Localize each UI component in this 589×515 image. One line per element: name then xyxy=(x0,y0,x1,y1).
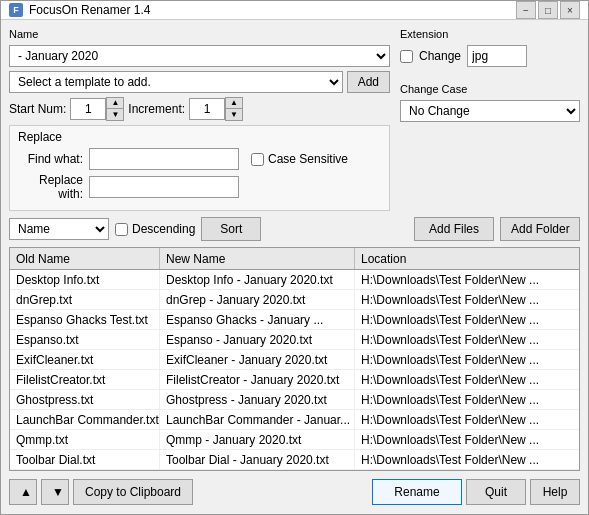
td-new: ExifCleaner - January 2020.txt xyxy=(160,350,355,369)
td-old: LaunchBar Commander.txt xyxy=(10,410,160,429)
table-row[interactable]: Desktop Info.txt Desktop Info - January … xyxy=(10,270,579,290)
td-old: Desktop Info.txt xyxy=(10,270,160,289)
td-old: Espanso.txt xyxy=(10,330,160,349)
sort-select[interactable]: NameDateSizeType xyxy=(9,218,109,240)
find-label: Find what: xyxy=(18,152,83,166)
left-panel: Name - January 2020 Select a template to… xyxy=(9,28,390,211)
right-panel: Extension Change jpg Change Case No Chan… xyxy=(400,28,580,211)
td-loc: H:\Downloads\Test Folder\New ... xyxy=(355,290,579,309)
td-old: Toolbar Dial.txt xyxy=(10,450,160,469)
increment-up[interactable]: ▲ xyxy=(226,98,242,109)
sort-row: NameDateSizeType Descending Sort Add Fil… xyxy=(9,217,580,241)
help-button[interactable]: Help xyxy=(530,479,580,505)
increment-label: Increment: xyxy=(128,102,185,116)
table-row[interactable]: FilelistCreator.txt FilelistCreator - Ja… xyxy=(10,370,579,390)
col-header-old: Old Name xyxy=(10,248,160,269)
td-loc: H:\Downloads\Test Folder\New ... xyxy=(355,450,579,469)
td-old: Qmmp.txt xyxy=(10,430,160,449)
td-new: dnGrep - January 2020.txt xyxy=(160,290,355,309)
sort-button[interactable]: Sort xyxy=(201,217,261,241)
titlebar-left: F FocusOn Renamer 1.4 xyxy=(9,3,150,17)
td-old: FilelistCreator.txt xyxy=(10,370,160,389)
td-loc: H:\Downloads\Test Folder\New ... xyxy=(355,350,579,369)
start-num-up[interactable]: ▲ xyxy=(107,98,123,109)
td-old: ExifCleaner.txt xyxy=(10,350,160,369)
descending-label: Descending xyxy=(132,222,195,236)
main-window: F FocusOn Renamer 1.4 − □ × Name - Janua… xyxy=(0,0,589,515)
app-icon: F xyxy=(9,3,23,17)
change-case-select[interactable]: No ChangeUPPERCASElowercaseTitle CaseSen… xyxy=(400,100,580,122)
num-row: Start Num: 1 ▲ ▼ Increment: 1 ▲ ▼ xyxy=(9,97,390,121)
case-sensitive-label: Case Sensitive xyxy=(268,152,348,166)
increment-input[interactable]: 1 xyxy=(189,98,225,120)
table-row[interactable]: Qmmp.txt Qmmp - January 2020.txt H:\Down… xyxy=(10,430,579,450)
name-select[interactable]: - January 2020 xyxy=(9,45,390,67)
table-header: Old Name New Name Location xyxy=(10,248,579,270)
extension-label: Extension xyxy=(400,28,580,40)
ext-row: Change jpg xyxy=(400,45,580,67)
ext-input[interactable]: jpg xyxy=(467,45,527,67)
start-num-input[interactable]: 1 xyxy=(70,98,106,120)
add-folder-button[interactable]: Add Folder xyxy=(500,217,580,241)
td-loc: H:\Downloads\Test Folder\New ... xyxy=(355,330,579,349)
rename-button[interactable]: Rename xyxy=(372,479,462,505)
file-table: Old Name New Name Location Desktop Info.… xyxy=(9,247,580,471)
td-new: Toolbar Dial - January 2020.txt xyxy=(160,450,355,469)
table-row[interactable]: Ghostpress.txt Ghostpress - January 2020… xyxy=(10,390,579,410)
start-num-label: Start Num: xyxy=(9,102,66,116)
table-row[interactable]: ExifCleaner.txt ExifCleaner - January 20… xyxy=(10,350,579,370)
td-new: Espanso - January 2020.txt xyxy=(160,330,355,349)
find-input[interactable] xyxy=(89,148,239,170)
change-case-label: Change Case xyxy=(400,83,580,95)
change-ext-checkbox[interactable] xyxy=(400,50,413,63)
content-area: Name - January 2020 Select a template to… xyxy=(1,20,588,515)
move-up-button[interactable]: ▲ xyxy=(9,479,37,505)
case-sensitive-checkbox[interactable] xyxy=(251,153,264,166)
td-loc: H:\Downloads\Test Folder\New ... xyxy=(355,310,579,329)
table-row[interactable]: LaunchBar Commander.txt LaunchBar Comman… xyxy=(10,410,579,430)
quit-button[interactable]: Quit xyxy=(466,479,526,505)
increment-down[interactable]: ▼ xyxy=(226,109,242,120)
name-row: - January 2020 xyxy=(9,45,390,67)
bottom-bar: ▲ ▼ Copy to Clipboard Rename Quit Help xyxy=(9,477,580,507)
start-num-down[interactable]: ▼ xyxy=(107,109,123,120)
table-row[interactable]: Espanso.txt Espanso - January 2020.txt H… xyxy=(10,330,579,350)
start-num-spinner-btns: ▲ ▼ xyxy=(106,97,124,121)
td-old: Ghostpress.txt xyxy=(10,390,160,409)
td-new: LaunchBar Commander - Januar... xyxy=(160,410,355,429)
table-body[interactable]: Desktop Info.txt Desktop Info - January … xyxy=(10,270,579,470)
table-row[interactable]: dnGrep.txt dnGrep - January 2020.txt H:\… xyxy=(10,290,579,310)
titlebar-controls: − □ × xyxy=(516,1,580,19)
name-label: Name xyxy=(9,28,390,40)
increment-spinner-btns: ▲ ▼ xyxy=(225,97,243,121)
replace-label: Replace with: xyxy=(18,173,83,201)
start-num-spinner: 1 ▲ ▼ xyxy=(70,97,124,121)
td-new: Ghostpress - January 2020.txt xyxy=(160,390,355,409)
copy-clipboard-button[interactable]: Copy to Clipboard xyxy=(73,479,193,505)
descending-wrap: Descending xyxy=(115,222,195,236)
replace-title: Replace xyxy=(18,130,381,144)
minimize-button[interactable]: − xyxy=(516,1,536,19)
td-old: Espanso Ghacks Test.txt xyxy=(10,310,160,329)
case-sensitive-wrap: Case Sensitive xyxy=(251,152,348,166)
replace-row: Replace with: xyxy=(18,173,381,201)
add-button[interactable]: Add xyxy=(347,71,390,93)
table-row[interactable]: Espanso Ghacks Test.txt Espanso Ghacks -… xyxy=(10,310,579,330)
increment-spinner: 1 ▲ ▼ xyxy=(189,97,243,121)
find-row: Find what: Case Sensitive xyxy=(18,148,381,170)
descending-checkbox[interactable] xyxy=(115,223,128,236)
move-down-button[interactable]: ▼ xyxy=(41,479,69,505)
maximize-button[interactable]: □ xyxy=(538,1,558,19)
td-loc: H:\Downloads\Test Folder\New ... xyxy=(355,390,579,409)
template-select[interactable]: Select a template to add. xyxy=(9,71,343,93)
titlebar: F FocusOn Renamer 1.4 − □ × xyxy=(1,1,588,20)
table-row[interactable]: Toolbar Dial.txt Toolbar Dial - January … xyxy=(10,450,579,470)
change-ext-label: Change xyxy=(419,49,461,63)
td-loc: H:\Downloads\Test Folder\New ... xyxy=(355,270,579,289)
replace-input[interactable] xyxy=(89,176,239,198)
add-files-button[interactable]: Add Files xyxy=(414,217,494,241)
td-new: FilelistCreator - January 2020.txt xyxy=(160,370,355,389)
td-new: Espanso Ghacks - January ... xyxy=(160,310,355,329)
close-button[interactable]: × xyxy=(560,1,580,19)
td-new: Desktop Info - January 2020.txt xyxy=(160,270,355,289)
